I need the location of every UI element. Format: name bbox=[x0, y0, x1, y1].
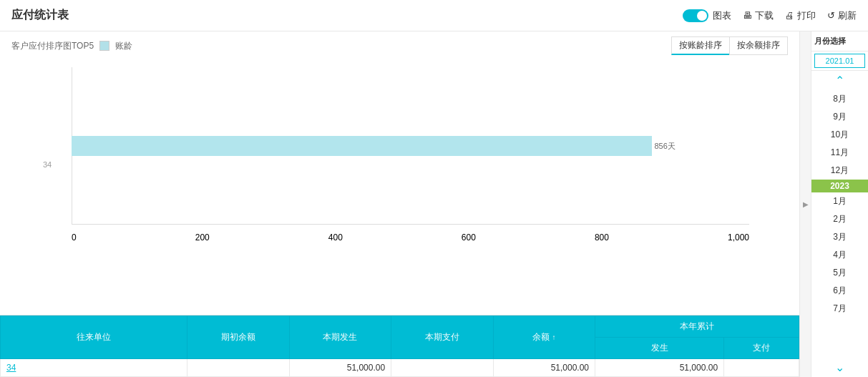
bar-area: 856天 0 200 400 600 800 1,000 bbox=[72, 67, 749, 225]
sidebar-scroll-up-button[interactable]: ⌃ bbox=[811, 71, 868, 90]
td-current-payment bbox=[391, 359, 493, 377]
year-badge-2023[interactable]: 2023 bbox=[811, 180, 868, 192]
legend-title: 客户应付排序图TOP5 bbox=[11, 40, 94, 52]
chart-top: 客户应付排序图TOP5 账龄 按账龄排序 按余额排序 bbox=[0, 31, 799, 60]
data-table: 往来单位 期初余额 本期发生 本期支付 余额 ↑ 本年累计 发生 bbox=[0, 315, 799, 377]
month-item-8[interactable]: 8月 bbox=[811, 90, 868, 108]
sidebar: 月份选择 ⌃ 8月 9月 10月 11月 12月 2023 1月 2月 3月 4… bbox=[811, 31, 868, 377]
bar-fill bbox=[72, 136, 652, 156]
th-ytd-group: 本年累计 bbox=[595, 316, 799, 338]
download-button[interactable]: 🖶 下载 bbox=[743, 9, 774, 22]
th-balance: 余额 ↑ bbox=[493, 316, 595, 359]
chart-section: 客户应付排序图TOP5 账龄 按账龄排序 按余额排序 34 bbox=[0, 31, 799, 377]
chart-toggle[interactable] bbox=[683, 9, 708, 22]
print-icon: 🖨 bbox=[785, 10, 794, 21]
sort-by-amount-button[interactable]: 按余额排序 bbox=[729, 36, 788, 55]
month-item-11[interactable]: 11月 bbox=[811, 144, 868, 162]
td-opening-balance bbox=[187, 359, 289, 377]
td-current-occurrence: 51,000.00 bbox=[289, 359, 391, 377]
unit-link[interactable]: 34 bbox=[6, 363, 16, 373]
y-axis-label: 34 bbox=[43, 160, 52, 169]
month-item-4[interactable]: 4月 bbox=[811, 246, 868, 264]
month-item-12[interactable]: 12月 bbox=[811, 162, 868, 180]
x-axis-labels: 0 200 400 600 800 1,000 bbox=[72, 232, 749, 243]
sidebar-scroll-down-button[interactable]: ⌄ bbox=[811, 358, 868, 377]
th-current-occurrence: 本期发生 bbox=[289, 316, 391, 359]
month-item-5[interactable]: 5月 bbox=[811, 264, 868, 282]
download-label: 下载 bbox=[755, 9, 774, 22]
x-label-600: 600 bbox=[462, 232, 476, 243]
grid-line-bottom bbox=[72, 224, 749, 225]
month-item-10[interactable]: 10月 bbox=[811, 126, 868, 144]
month-item-9[interactable]: 9月 bbox=[811, 108, 868, 126]
x-label-800: 800 bbox=[595, 232, 609, 243]
x-label-200: 200 bbox=[195, 232, 210, 243]
sidebar-month-list: 8月 9月 10月 11月 12月 2023 1月 2月 3月 4月 5月 6月… bbox=[811, 90, 868, 358]
print-label: 打印 bbox=[797, 9, 816, 22]
app-container: 应付统计表 图表 🖶 下载 🖨 打印 ↺ 刷新 bbox=[0, 0, 868, 377]
refresh-label: 刷新 bbox=[838, 9, 857, 22]
month-item-2[interactable]: 2月 bbox=[811, 210, 868, 228]
page-title: 应付统计表 bbox=[11, 8, 69, 23]
chart-container: 34 856天 0 bbox=[0, 60, 799, 315]
refresh-icon: ↺ bbox=[827, 10, 835, 21]
collapse-button[interactable]: ▶ bbox=[799, 31, 811, 377]
sort-buttons: 按账龄排序 按余额排序 bbox=[671, 36, 788, 55]
th-current-payment: 本期支付 bbox=[391, 316, 493, 359]
chart-legend: 客户应付排序图TOP5 账龄 bbox=[11, 40, 132, 52]
refresh-button[interactable]: ↺ 刷新 bbox=[827, 9, 857, 22]
sidebar-header: 月份选择 bbox=[811, 31, 868, 52]
td-balance: 51,000.00 bbox=[493, 359, 595, 377]
sidebar-date-input[interactable] bbox=[814, 54, 865, 68]
sort-by-balance-button[interactable]: 按账龄排序 bbox=[671, 36, 729, 55]
td-ytd-occurrence: 51,000.00 bbox=[595, 359, 724, 377]
x-label-1000: 1,000 bbox=[728, 232, 749, 243]
header-actions: 图表 🖶 下载 🖨 打印 ↺ 刷新 bbox=[683, 9, 857, 22]
th-unit: 往来单位 bbox=[1, 316, 187, 359]
header: 应付统计表 图表 🖶 下载 🖨 打印 ↺ 刷新 bbox=[0, 0, 868, 31]
sidebar-title: 月份选择 bbox=[814, 36, 846, 46]
sidebar-date-container bbox=[811, 52, 868, 71]
x-label-400: 400 bbox=[328, 232, 343, 243]
td-ytd-payment bbox=[724, 359, 799, 377]
th-ytd-occurrence: 发生 bbox=[595, 338, 724, 359]
th-ytd-payment: 支付 bbox=[724, 338, 799, 359]
month-item-1[interactable]: 1月 bbox=[811, 192, 868, 210]
table-row: 34 51,000.00 51,000.00 51,000.00 bbox=[1, 359, 799, 377]
month-item-6[interactable]: 6月 bbox=[811, 282, 868, 300]
download-icon: 🖶 bbox=[743, 10, 752, 21]
month-item-3[interactable]: 3月 bbox=[811, 228, 868, 246]
bar-chart-area: 34 856天 0 bbox=[36, 60, 778, 260]
td-unit: 34 bbox=[1, 359, 187, 377]
scroll-up-icon: ⌃ bbox=[835, 74, 844, 87]
legend-box-label: 账龄 bbox=[115, 40, 132, 52]
x-label-0: 0 bbox=[72, 232, 77, 243]
collapse-icon: ▶ bbox=[803, 200, 809, 208]
chart-toggle-label: 图表 bbox=[713, 9, 731, 22]
table-section: 往来单位 期初余额 本期发生 本期支付 余额 ↑ 本年累计 发生 bbox=[0, 315, 799, 377]
legend-box bbox=[99, 41, 109, 51]
th-opening-balance: 期初余额 bbox=[187, 316, 289, 359]
scroll-down-icon: ⌄ bbox=[835, 361, 844, 374]
print-button[interactable]: 🖨 打印 bbox=[785, 9, 816, 22]
main-content: 客户应付排序图TOP5 账龄 按账龄排序 按余额排序 34 bbox=[0, 31, 868, 377]
bar-end-label: 856天 bbox=[654, 141, 675, 152]
chart-toggle-container: 图表 bbox=[683, 9, 731, 22]
balance-sort-icon[interactable]: ↑ bbox=[552, 333, 555, 341]
month-item-7[interactable]: 7月 bbox=[811, 300, 868, 318]
